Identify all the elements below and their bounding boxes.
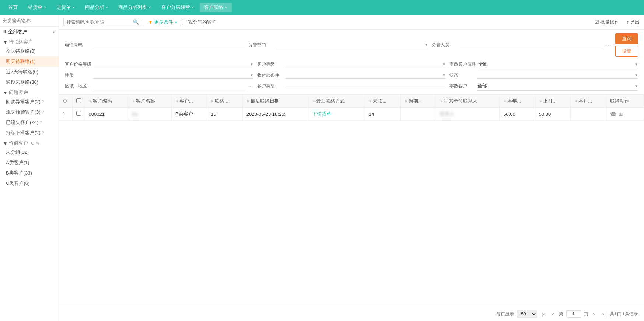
more-conditions-btn[interactable]: ▼ 更多条件 ▲ — [148, 19, 178, 25]
person-input[interactable] — [460, 41, 603, 49]
sort-icon: ⇅ — [246, 99, 249, 103]
prev-page-btn[interactable]: < — [550, 311, 556, 318]
retail-attr-select[interactable]: 全部 ▼ — [478, 60, 638, 69]
row-this-year: 50.00 — [500, 108, 535, 121]
sidebar-item-declining[interactable]: 持续下滑客户(2) ? — [0, 128, 59, 138]
sidebar-all-customers[interactable]: ⠿ 全部客户 « — [0, 27, 59, 37]
table-row: 1 000021 Ea B类客户 — [59, 108, 644, 121]
chevron-down-icon: ▼ — [424, 43, 428, 47]
close-icon[interactable]: × — [225, 5, 227, 10]
filter-row-3: 性质 ▼ 收付款条件 ▼ 状态 — [65, 72, 638, 79]
nav-product-analysis[interactable]: 商品分析 × — [81, 3, 112, 12]
more-action-icon[interactable]: ⊞ — [619, 111, 623, 117]
sort-icon: ⇅ — [132, 99, 135, 103]
customer-type-select[interactable] — [285, 85, 446, 87]
sidebar-item-tier-c[interactable]: C类客户(6) — [0, 178, 59, 189]
sidebar-item-overdue[interactable]: 逾期未联络(30) — [0, 77, 59, 87]
sidebar-item-ungrouped[interactable]: 未分组(32) — [0, 147, 59, 158]
sidebar-group-problem: ▼ 问题客户 — [0, 87, 59, 97]
phone-input[interactable] — [93, 41, 245, 49]
chevron-down-icon: ▼ — [634, 62, 638, 66]
nav-sales-order[interactable]: 销货单 × — [24, 3, 50, 12]
sidebar-search-input[interactable] — [3, 18, 58, 23]
th-name: ⇅ 客户名称 — [128, 95, 172, 108]
sort-icon: ⇅ — [503, 99, 506, 103]
chevron-down-icon: ▼ — [442, 73, 446, 77]
row-checkbox — [72, 108, 85, 121]
query-button[interactable]: 查询 — [615, 33, 638, 44]
sort-icon: ⇅ — [574, 99, 577, 103]
contact-method-link[interactable]: 下销货单 — [312, 111, 331, 117]
close-icon[interactable]: × — [106, 5, 108, 10]
sidebar-item-tier-a[interactable]: A类客户(1) — [0, 158, 59, 168]
filter-retail-customer: 零散客户 全部 ▼ — [449, 82, 638, 91]
sidebar-search-wrap: 🔍 — [0, 15, 59, 27]
sidebar: 🔍 ⠿ 全部客户 « ▼ 待联络客户 今天待联络(0) 明天待联络(1) 近7天… — [0, 15, 59, 321]
payment-select[interactable]: ▼ — [285, 72, 446, 79]
row-name: Ea — [128, 108, 172, 121]
sidebar-item-week-pending[interactable]: 近7天待联络(0) — [0, 67, 59, 77]
sidebar-item-tier-b[interactable]: B类客户(33) — [0, 168, 59, 178]
more-icon[interactable]: ··· — [605, 42, 612, 48]
sort-icon: ⇅ — [211, 99, 214, 103]
close-icon[interactable]: × — [148, 5, 151, 10]
th-this-year: ⇅ 本年... — [500, 95, 535, 108]
th-contact-count: ⇅ 联络... — [207, 95, 242, 108]
last-page-btn[interactable]: >| — [600, 311, 607, 318]
sort-icon: ⇅ — [369, 99, 372, 103]
page-number-input[interactable] — [566, 310, 581, 318]
next-page-btn[interactable]: > — [591, 311, 597, 318]
gender-select[interactable]: ▼ — [93, 72, 253, 79]
nav-product-analysis-list[interactable]: 商品分析列表 × — [114, 3, 155, 12]
area-input[interactable] — [94, 82, 245, 90]
filter-dept: 分管部门 ▼ — [248, 42, 428, 48]
search-icon[interactable]: 🔍 — [133, 19, 139, 25]
customer-table: ⚙ ⇅ 客户编码 ⇅ — [59, 95, 644, 121]
row-code: 000021 — [85, 108, 128, 121]
price-level-select[interactable]: ▼ — [94, 61, 253, 68]
dept-select[interactable]: ▼ — [276, 42, 428, 48]
sidebar-item-churned[interactable]: 已流失客户(24) ? — [0, 117, 59, 128]
nav-purchase-order[interactable]: 进货单 × — [52, 3, 79, 12]
filter-row-1: 电话号码 分管部门 ▼ 分管人员 ··· 查询 设置 — [65, 33, 638, 57]
select-all-checkbox[interactable] — [76, 98, 81, 103]
my-customers-checkbox[interactable] — [182, 20, 186, 24]
search-input[interactable] — [67, 20, 133, 25]
sidebar-item-today-pending[interactable]: 今天待联络(0) — [0, 46, 59, 56]
column-settings-icon[interactable]: ⚙ — [63, 98, 67, 104]
th-settings: ⚙ — [59, 95, 72, 108]
th-last-contact-date: ⇅ 最后联络日期 — [242, 95, 308, 108]
sidebar-item-churn-warning[interactable]: 流失预警客户(3) ? — [0, 107, 59, 117]
filter-person: 分管人员 ··· — [432, 41, 612, 49]
batch-op-btn[interactable]: ☑ 批量操作 — [595, 19, 619, 25]
close-icon[interactable]: × — [44, 5, 46, 10]
th-checkbox — [72, 95, 85, 108]
triangle-icon: ▼ — [3, 39, 8, 45]
more-icon[interactable]: ··· — [247, 83, 253, 89]
sort-icon: ⇅ — [312, 99, 315, 103]
close-icon[interactable]: × — [192, 5, 194, 10]
nav-customer-tier[interactable]: 客户分层经营 × — [157, 3, 198, 12]
export-btn[interactable]: ↑ 导出 — [627, 19, 640, 25]
customer-level-select[interactable]: ▼ — [285, 61, 446, 68]
nav-home[interactable]: 首页 — [4, 3, 22, 12]
retail-customer-select[interactable]: 全部 ▼ — [477, 82, 638, 91]
page-size-select[interactable]: 50 100 200 — [517, 310, 537, 318]
top-navigation: 首页 销货单 × 进货单 × 商品分析 × 商品分析列表 × 客户分层经营 × … — [0, 0, 644, 15]
status-select[interactable]: ▼ — [477, 72, 638, 79]
filter-panel: 电话号码 分管部门 ▼ 分管人员 ··· 查询 设置 — [59, 30, 644, 95]
my-customers-checkbox-wrap[interactable]: 我分管的客户 — [182, 19, 217, 25]
first-page-btn[interactable]: |< — [540, 311, 547, 318]
sidebar-item-tomorrow-pending[interactable]: 明天待联络(1) — [0, 56, 59, 67]
sidebar-item-abnormal-repurchase[interactable]: 回购异常客户(2) ? — [0, 97, 59, 107]
settings-button[interactable]: 设置 — [615, 46, 638, 57]
nav-customer-contact[interactable]: 客户联络 × — [200, 3, 231, 12]
chevron-down-icon: ▼ — [250, 73, 253, 77]
close-icon[interactable]: × — [72, 5, 74, 10]
contact-action-icon[interactable]: ☎ — [610, 111, 616, 117]
row-this-month — [571, 108, 606, 121]
chevron-down-icon: ▼ — [442, 62, 446, 66]
row-select-checkbox[interactable] — [76, 111, 81, 116]
row-last-contact-method: 下销货单 — [308, 108, 365, 121]
sidebar-group-value: ▼ 价值客户 ↻ ✎ — [0, 138, 59, 147]
